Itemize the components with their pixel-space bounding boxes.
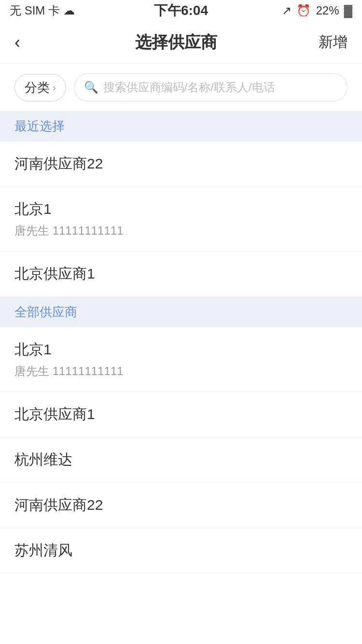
chevron-right-icon: › <box>53 82 56 93</box>
battery-icon: ▓ <box>344 4 353 17</box>
all-item-4-name: 苏州清风 <box>14 541 348 560</box>
recent-item-2[interactable]: 北京供应商1 <box>0 252 362 297</box>
recent-item-0[interactable]: 河南供应商22 <box>0 141 362 187</box>
all-list: 北京1 唐先生 11111111111 北京供应商1 杭州维达 河南供应商22 … <box>0 327 362 574</box>
status-right: ↗ ⏰ 22% ▓ <box>282 4 352 17</box>
all-item-1[interactable]: 北京供应商1 <box>0 392 362 437</box>
category-button[interactable]: 分类 › <box>14 74 66 101</box>
recent-item-1-name: 北京1 <box>14 199 348 219</box>
location-icon: ↗ <box>282 4 292 17</box>
status-bar: 无 SIM 卡 ☁ 下午6:04 ↗ ⏰ 22% ▓ <box>0 0 362 21</box>
recent-list: 河南供应商22 北京1 唐先生 11111111111 北京供应商1 <box>0 141 362 297</box>
all-item-2-name: 杭州维达 <box>14 450 348 470</box>
recent-item-2-name: 北京供应商1 <box>14 264 348 284</box>
page-title: 选择供应商 <box>135 31 217 54</box>
alarm-icon: ⏰ <box>296 4 311 17</box>
sim-status: 无 SIM 卡 ☁ <box>10 3 75 18</box>
category-label: 分类 <box>25 79 50 96</box>
status-left: 无 SIM 卡 ☁ <box>10 3 75 18</box>
search-placeholder: 搜索供应商编码/名称/联系人/电话 <box>103 80 275 95</box>
all-item-3-name: 河南供应商22 <box>14 495 348 515</box>
recent-section-header: 最近选择 <box>0 111 362 141</box>
recent-item-1[interactable]: 北京1 唐先生 11111111111 <box>0 187 362 252</box>
all-item-4[interactable]: 苏州清风 <box>0 528 362 574</box>
back-button[interactable]: ‹ <box>14 32 43 53</box>
status-time: 下午6:04 <box>154 1 208 20</box>
all-item-0-name: 北京1 <box>14 340 348 360</box>
battery-text: 22% <box>316 4 339 17</box>
all-item-2[interactable]: 杭州维达 <box>0 437 362 483</box>
search-bar: 分类 › 🔍 搜索供应商编码/名称/联系人/电话 <box>0 64 362 111</box>
search-icon: 🔍 <box>84 81 98 94</box>
all-section-label: 全部供应商 <box>14 305 77 319</box>
all-item-0-sub: 唐先生 11111111111 <box>14 364 348 379</box>
all-section-header: 全部供应商 <box>0 297 362 327</box>
search-input-wrap[interactable]: 🔍 搜索供应商编码/名称/联系人/电话 <box>74 73 348 101</box>
recent-item-1-sub: 唐先生 11111111111 <box>14 223 348 238</box>
all-item-1-name: 北京供应商1 <box>14 405 348 424</box>
recent-item-0-name: 河南供应商22 <box>14 154 348 174</box>
nav-bar: ‹ 选择供应商 新增 <box>0 21 362 64</box>
all-item-3[interactable]: 河南供应商22 <box>0 483 362 528</box>
all-item-0[interactable]: 北京1 唐先生 11111111111 <box>0 327 362 392</box>
recent-section-label: 最近选择 <box>14 119 65 133</box>
add-button[interactable]: 新增 <box>309 32 348 52</box>
